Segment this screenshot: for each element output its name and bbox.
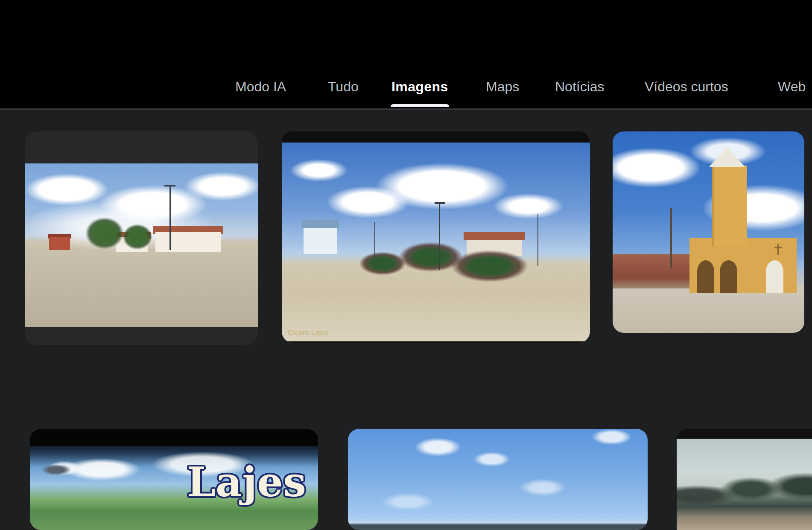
results-header: Modo IA Tudo Imagens Maps Notícias Vídeo… [0,0,812,110]
photo-watermark: Cícero Lajes [288,329,328,337]
image-result-thumbnail[interactable] [677,429,812,530]
image-result-thumbnail[interactable]: Lajes [30,429,318,530]
tab-tudo[interactable]: Tudo [328,79,359,95]
thumbnail-photo [613,131,804,333]
thumbnail-photo [25,163,258,327]
image-result-thumbnail[interactable]: Natal RN Lajes Pintadas - RN [613,131,804,333]
tab-label: Imagens [391,79,448,94]
thumbnail-photo [348,429,648,530]
tab-noticias[interactable]: Notícias [555,79,605,95]
tab-maps[interactable]: Maps [486,79,519,95]
tab-label: Notícias [555,79,605,94]
tab-label: Maps [486,79,519,94]
tab-label: Web [778,79,806,94]
thumbnail-photo: Cícero Lajes [282,143,590,341]
image-result-thumbnail[interactable] [348,429,648,530]
tab-label: Tudo [328,79,359,94]
tab-videos-curtos[interactable]: Vídeos curtos [645,79,728,95]
tab-modo-ia[interactable]: Modo IA [235,79,286,95]
tab-imagens[interactable]: Imagens [391,79,448,95]
tab-label: Modo IA [235,79,286,94]
active-tab-underline [391,104,449,107]
image-result-thumbnail[interactable]: Cícero Lajes Cícero Lajes IGREJA MATRIZ … [282,131,590,343]
tab-label: Vídeos curtos [645,79,728,94]
tab-web[interactable]: Web [778,79,806,95]
image-result-thumbnail[interactable]: Câmara Municipal de Lajes ... Praça da C… [25,131,258,345]
thumbnail-photo [677,439,812,530]
postcard-title-text: Lajes [187,458,306,506]
thumbnail-photo: Lajes [30,446,318,530]
